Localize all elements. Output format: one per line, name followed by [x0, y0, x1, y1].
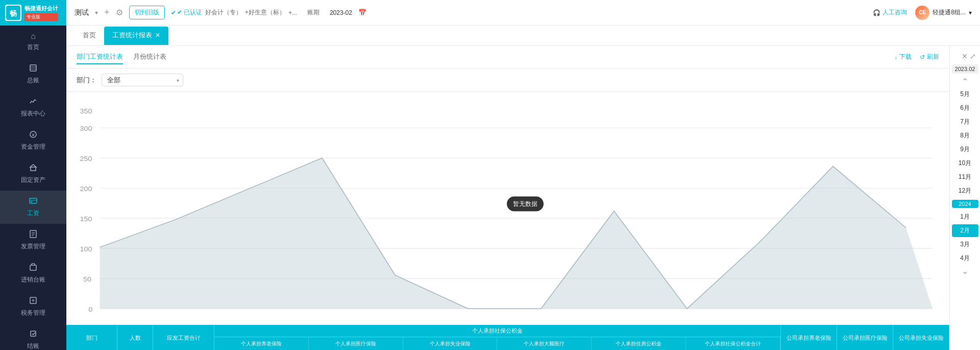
month-1-2024[interactable]: 1月: [952, 211, 978, 223]
period-label: 账期: [307, 8, 320, 17]
sidebar-item-tax[interactable]: 税务管理: [0, 290, 66, 323]
sidebar-item-assets[interactable]: 固定资产: [0, 157, 66, 191]
tax-icon: [29, 296, 37, 307]
th-dept: 部门: [66, 325, 117, 350]
sidebar-item-label: 发票管理: [21, 242, 45, 251]
topbar-settings-button[interactable]: ⚙: [116, 8, 123, 17]
sidebar-item-invoice[interactable]: 发票管理: [0, 224, 66, 257]
sidebar-item-label: 进销台账: [21, 275, 45, 284]
sidebar-item-purchase[interactable]: 进销台账: [0, 257, 66, 290]
sidebar-item-ledger[interactable]: 总账: [0, 58, 66, 91]
nav-down-arrow[interactable]: ⌄: [962, 266, 968, 276]
product-badge1: 好会计（专）: [205, 8, 242, 17]
topbar-title: 测试: [75, 8, 89, 17]
sidebar-item-salary[interactable]: 工资: [0, 191, 66, 224]
month-11[interactable]: 11月: [952, 171, 978, 183]
svg-rect-15: [30, 265, 36, 270]
tab-salary-report[interactable]: 工资统计报表 ✕: [104, 27, 168, 45]
refresh-button[interactable]: ↺ 刷新: [920, 53, 939, 61]
sub-tab-dept[interactable]: 部门工资统计表: [77, 50, 123, 64]
sidebar-item-reports[interactable]: 报表中心: [0, 91, 66, 124]
avatar-initials: CE: [919, 10, 926, 15]
sidebar-item-label: 总账: [27, 76, 39, 85]
filter-bar: 部门： 全部 ▾: [66, 68, 949, 92]
th-personal-serious-illness: 个人承担大额医疗: [497, 337, 592, 350]
right-panel: ✕ ⤢ 2023.02 ⌃ 5月 6月 7月 8月 9月 10月 11月 12月…: [949, 46, 980, 350]
sidebar-item-label: 工资: [27, 209, 39, 218]
th-personal-unemployment: 个人承担失业保险: [403, 337, 498, 350]
assets-icon: [29, 164, 37, 174]
tab-home[interactable]: 首页: [75, 27, 104, 45]
month-5[interactable]: 5月: [952, 88, 978, 101]
month-8[interactable]: 8月: [952, 129, 978, 142]
month-12[interactable]: 12月: [952, 184, 978, 197]
sidebar-item-funds[interactable]: ¥ 资金管理: [0, 124, 66, 157]
svg-rect-19: [31, 331, 36, 336]
user-dropdown-arrow: ▾: [969, 9, 972, 16]
panel-close-icon[interactable]: ✕: [962, 52, 968, 60]
sidebar-item-home[interactable]: ⌂ 首页: [0, 26, 66, 58]
switch-version-button[interactable]: 切到旧版: [129, 6, 165, 19]
app-badge: 专业版: [24, 13, 58, 21]
sub-tabs: 部门工资统计表 月份统计表 ↓ 下载 ↺ 刷新: [66, 46, 949, 68]
refresh-icon: ↺: [920, 54, 925, 61]
sidebar-nav: ⌂ 首页 总账 报表中心 ¥ 资金管理 固定资产: [0, 26, 66, 350]
user-menu[interactable]: CE 轻捷通8组... ▾: [915, 6, 972, 20]
th-group-personal-cells: 个人承担养老保险 个人承担医疗保险 个人承担失业保险 个人承担大额医疗 个人承担…: [214, 337, 780, 350]
topbar-badges: ✔ ✔ 已认证 好会计（专） +好生意（标） +...: [171, 8, 297, 17]
sidebar-item-label: 报表中心: [21, 109, 45, 118]
download-button[interactable]: ↓ 下载: [894, 53, 912, 61]
svg-text:¥: ¥: [31, 132, 35, 137]
sidebar: 畅 畅捷通好会计 专业版 ⌂ 首页 总账 报表中心 ¥: [0, 0, 66, 350]
sidebar-item-label: 税务管理: [21, 309, 45, 317]
th-total-salary: 应发工资合计: [153, 325, 214, 350]
period-value: 2023-02: [330, 9, 352, 16]
topbar-add-button[interactable]: +: [104, 7, 110, 18]
invoice-icon: [29, 230, 37, 240]
chart-area: 0 50 100 150 200 250 300 350: [66, 92, 949, 324]
th-personal-pension: 个人承担养老保险: [214, 337, 309, 350]
filter-dept-select[interactable]: 全部: [102, 74, 183, 86]
month-2-2024[interactable]: 2月: [952, 224, 978, 237]
nav-up-arrow[interactable]: ⌃: [962, 77, 968, 86]
year-2024-label: 2024: [952, 200, 978, 208]
content-area: 部门工资统计表 月份统计表 ↓ 下载 ↺ 刷新: [66, 46, 980, 350]
refresh-label: 刷新: [927, 53, 939, 61]
sub-tab-monthly[interactable]: 月份统计表: [133, 50, 166, 64]
app-logo: 畅 畅捷通好会计 专业版: [0, 0, 66, 26]
year-label: 2023.02: [952, 64, 978, 74]
tab-close-button[interactable]: ✕: [155, 32, 160, 39]
svg-text:畅: 畅: [10, 9, 17, 17]
svg-point-10: [31, 201, 33, 203]
help-label: 人工咨询: [883, 8, 907, 17]
month-9[interactable]: 9月: [952, 143, 978, 156]
salary-icon: [29, 197, 37, 207]
topbar-dropdown-arrow[interactable]: ▾: [95, 9, 98, 16]
panel-expand-icon[interactable]: ⤢: [970, 52, 976, 60]
sidebar-item-close[interactable]: 结账: [0, 323, 66, 350]
svg-text:50: 50: [83, 276, 91, 283]
calendar-icon[interactable]: 📅: [358, 9, 366, 16]
tab-salary-report-label: 工资统计报表: [112, 31, 152, 40]
user-name: 轻捷通8组...: [933, 8, 966, 17]
right-panel-header: ✕ ⤢: [952, 50, 978, 62]
table-footer: 部门 人数 应发工资合计 个人承担社保公积金 个人承担养老保险 个人承担医疗保险…: [66, 324, 949, 350]
th-company-pension: 公司承担养老保险: [781, 325, 837, 350]
svg-text:250: 250: [80, 155, 92, 162]
close-books-icon: [29, 330, 37, 340]
month-7[interactable]: 7月: [952, 115, 978, 128]
month-10[interactable]: 10月: [952, 157, 978, 170]
month-3-2024[interactable]: 3月: [952, 238, 978, 251]
month-4-2024[interactable]: 4月: [952, 252, 978, 265]
help-button[interactable]: 🎧 人工咨询: [873, 8, 907, 17]
check-icon: ✔: [171, 9, 176, 16]
avatar: CE: [915, 6, 929, 20]
month-6[interactable]: 6月: [952, 102, 978, 114]
certified-label: ✔ 已认证: [177, 8, 202, 17]
svg-text:0: 0: [88, 306, 92, 313]
chart-tooltip: 暂无数据: [507, 197, 544, 212]
tab-home-label: 首页: [83, 31, 96, 40]
th-personal-housing-fund: 个人承担住房公积金: [592, 337, 686, 350]
table-header: 部门 人数 应发工资合计 个人承担社保公积金 个人承担养老保险 个人承担医疗保险…: [66, 325, 949, 350]
topbar: 测试 ▾ + ⚙ 切到旧版 ✔ ✔ 已认证 好会计（专） +好生意（标） +..…: [66, 0, 980, 26]
